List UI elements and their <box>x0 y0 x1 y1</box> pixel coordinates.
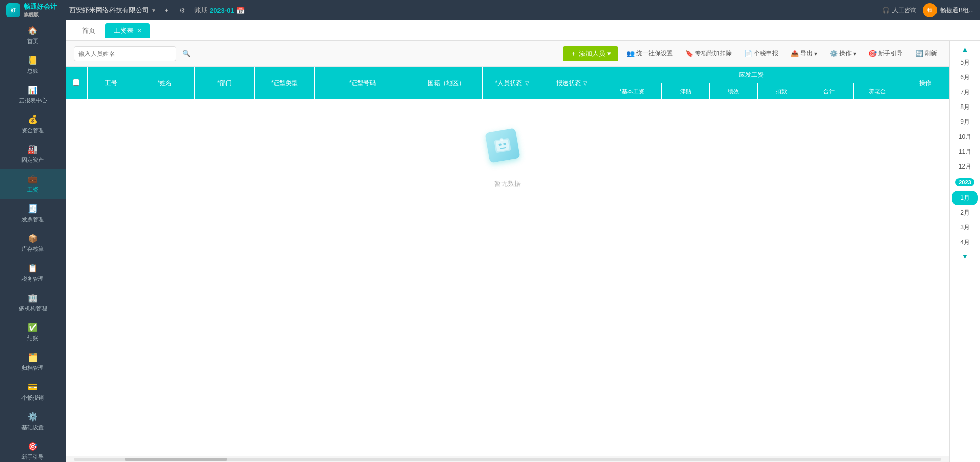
empty-icon <box>487 130 528 171</box>
select-all-checkbox[interactable] <box>73 79 79 86</box>
month-item-1[interactable]: 1月 <box>952 191 978 205</box>
tab-salary-label: 工资表 <box>114 26 134 35</box>
th-salary-group: 应发工资 <box>602 67 901 83</box>
month-nav-up[interactable]: ▲ <box>960 43 971 55</box>
settings-icon: ⚙️ <box>28 412 38 422</box>
month-item-6[interactable]: 6月 <box>950 70 980 85</box>
add-company-button[interactable]: ＋ <box>160 4 173 17</box>
special-deduction-btn[interactable]: 🔖 专项附加扣除 <box>681 47 736 60</box>
special-deduction-icon: 🔖 <box>685 50 693 57</box>
month-item-9[interactable]: 9月 <box>950 115 980 130</box>
export-btn[interactable]: 📤 导出 ▾ <box>787 47 821 60</box>
add-person-button[interactable]: ＋ 添加人员 ▾ <box>563 46 618 61</box>
tax-icon: 📋 <box>28 263 38 273</box>
th-cert-type: *证型类型 <box>255 67 315 99</box>
sidebar-item-inventory[interactable]: 📦 库存核算 <box>0 228 66 258</box>
social-insurance-icon: 👥 <box>626 50 635 57</box>
sidebar-item-asset[interactable]: 🏭 固定资产 <box>0 139 66 169</box>
guide-btn[interactable]: 🎯 新手引导 <box>864 47 907 60</box>
month-item-5[interactable]: 5月 <box>950 55 980 70</box>
month-item-12[interactable]: 12月 <box>950 159 980 174</box>
month-item-4[interactable]: 4月 <box>950 235 980 250</box>
sidebar-item-archive[interactable]: 🗂️ 归档管理 <box>0 347 66 377</box>
sidebar-item-salary[interactable]: 💼 工资 <box>0 169 66 199</box>
sidebar-item-home[interactable]: 🏠 首页 <box>0 20 66 50</box>
sidebar-item-settings[interactable]: ⚙️ 基础设置 <box>0 407 66 436</box>
search-input[interactable] <box>74 46 176 61</box>
sidebar-item-ledger[interactable]: 📒 总账 <box>0 50 66 80</box>
content-wrapper: 🔍 ＋ 添加人员 ▾ 👥 统一社保设置 🔖 <box>66 41 980 462</box>
main-content: 🔍 ＋ 添加人员 ▾ 👥 统一社保设置 🔖 <box>66 41 949 462</box>
month-item-11[interactable]: 11月 <box>950 144 980 159</box>
sidebar-item-report[interactable]: 📊 云报表中心 <box>0 80 66 110</box>
archive-icon: 🗂️ <box>28 352 38 362</box>
sidebar-item-invoice[interactable]: 🧾 发票管理 <box>0 199 66 228</box>
month-item-8[interactable]: 8月 <box>950 100 980 115</box>
invoice-icon: 🧾 <box>28 204 38 214</box>
refresh-icon: 🔄 <box>915 50 923 57</box>
month-item-10[interactable]: 10月 <box>950 130 980 144</box>
social-insurance-btn[interactable]: 👥 统一社保设置 <box>622 47 677 60</box>
accounting-period: 账期 2023-01 📅 <box>194 6 245 15</box>
svg-rect-0 <box>495 139 509 152</box>
sidebar-item-multi[interactable]: 🏢 多机构管理 <box>0 288 66 318</box>
home-icon: 🏠 <box>28 26 38 35</box>
th-status[interactable]: *人员状态 ▽ <box>482 67 542 99</box>
month-item-7[interactable]: 7月 <box>950 85 980 100</box>
tab-salary-table[interactable]: 工资表 ✕ <box>105 23 150 38</box>
add-icon: ＋ <box>570 49 577 58</box>
sidebar-item-expense[interactable]: 💳 小畅报销 <box>0 377 66 407</box>
user-info[interactable]: 畅 畅捷通B组... <box>923 3 974 17</box>
personal-tax-btn[interactable]: 📄 个税申报 <box>740 47 782 60</box>
scrollbar-track[interactable] <box>74 458 941 461</box>
month-item-2[interactable]: 2月 <box>950 205 980 220</box>
headset-icon: 🎧 <box>882 7 890 14</box>
settings-button[interactable]: ⚙ <box>176 5 188 16</box>
empty-text: 暂无数据 <box>494 179 521 188</box>
th-base-salary: *基本工资 <box>602 83 662 99</box>
month-nav-down[interactable]: ▼ <box>960 250 971 262</box>
th-cert-no: *证型号码 <box>315 67 410 99</box>
sidebar-item-fund[interactable]: 💰 资金管理 <box>0 110 66 139</box>
topbar-actions: ＋ ⚙ <box>160 4 188 17</box>
salary-table: 工号 *姓名 *部门 *证型类型 *证型号码 国籍（地区） *人员状态 ▽ <box>66 67 949 99</box>
tab-close-icon[interactable]: ✕ <box>137 27 142 34</box>
empty-cube <box>485 128 520 163</box>
sidebar-item-guide[interactable]: 🎯 新手引导 <box>0 436 66 462</box>
refresh-btn[interactable]: 🔄 刷新 <box>911 47 941 60</box>
calendar-icon[interactable]: 📅 <box>236 7 245 14</box>
scrollbar-thumb[interactable] <box>125 458 227 461</box>
avatar: 畅 <box>923 3 937 17</box>
month-panel: ▲ 5月 6月 7月 8月 9月 10月 11月 12月 2023 1月 2月 … <box>949 41 980 462</box>
user-name: 畅捷通B组... <box>940 6 974 15</box>
report-filter-icon: ▽ <box>583 80 587 86</box>
th-total: 合计 <box>805 83 854 99</box>
fund-icon: 💰 <box>28 115 38 124</box>
content-area: 首页 工资表 ✕ 🔍 ＋ 添加人员 ▾ <box>66 20 980 462</box>
status-filter-icon: ▽ <box>525 80 529 86</box>
report-icon: 📊 <box>28 85 38 95</box>
close-period-icon: ✅ <box>28 323 38 332</box>
guide-toolbar-icon: 🎯 <box>868 50 877 57</box>
company-selector[interactable]: 西安虾米网络科技有限公司 ▼ <box>65 4 160 17</box>
operations-btn[interactable]: ⚙️ 操作 ▾ <box>825 47 860 60</box>
th-checkbox[interactable] <box>66 67 87 99</box>
th-report-status[interactable]: 报送状态 ▽ <box>542 67 602 99</box>
th-performance: 绩效 <box>710 83 758 99</box>
sidebar: 🏠 首页 📒 总账 📊 云报表中心 💰 资金管理 🏭 固定资产 💼 工资 <box>0 20 66 462</box>
guide-icon: 🎯 <box>28 442 38 451</box>
tab-home[interactable]: 首页 <box>74 23 103 38</box>
th-deduction: 扣款 <box>757 83 805 99</box>
logo-text: 畅通好会计 旗舰版 <box>24 2 57 18</box>
service-button[interactable]: 🎧 人工咨询 <box>882 6 917 15</box>
th-no: 工号 <box>87 67 135 99</box>
robot-icon <box>490 134 514 157</box>
year-badge-2023: 2023 <box>955 176 974 188</box>
sidebar-item-close[interactable]: ✅ 结账 <box>0 318 66 347</box>
month-item-3[interactable]: 3月 <box>950 220 980 235</box>
search-button[interactable]: 🔍 <box>180 50 193 57</box>
app-logo: 好 畅通好会计 旗舰版 <box>6 2 57 18</box>
sidebar-item-tax[interactable]: 📋 税务管理 <box>0 258 66 288</box>
tab-bar: 首页 工资表 ✕ <box>66 20 980 41</box>
salary-icon: 💼 <box>28 174 38 184</box>
